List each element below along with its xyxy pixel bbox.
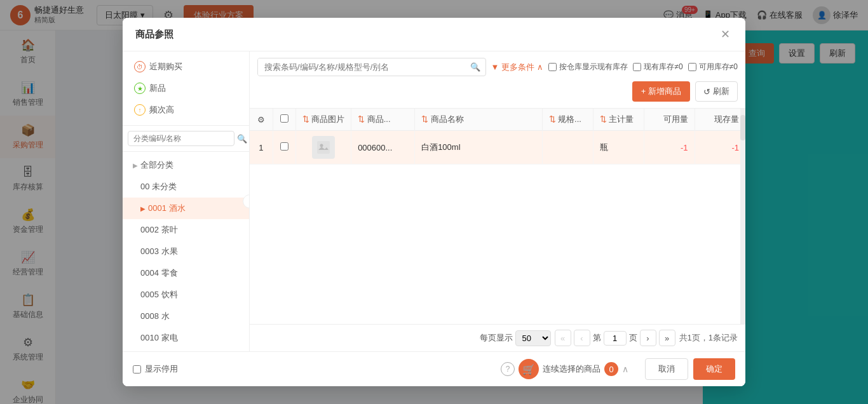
per-page-dropdown[interactable]: 50 100 (515, 330, 551, 346)
check-warehouse-input[interactable] (548, 63, 557, 71)
cat-item-0010[interactable]: 0010 家电 (123, 327, 249, 349)
cat-item-all[interactable]: ▶ 全部分类 (123, 154, 249, 176)
check-avail-ne0-label[interactable]: 可用库存≠0 (688, 62, 738, 72)
first-page-button[interactable]: « (555, 330, 571, 346)
cat-item-0003[interactable]: 0003 水果 (123, 241, 249, 262)
cat-item-0004[interactable]: 0004 零食 (123, 262, 249, 284)
cart-button[interactable]: 🛒 (519, 359, 539, 379)
select-all-checkbox[interactable] (280, 114, 288, 123)
active-arrow-icon: ▶ (140, 205, 146, 212)
modal-title: 商品参照 (135, 29, 173, 41)
page-label: 第 (593, 332, 601, 344)
th-settings[interactable]: ⚙ (250, 109, 273, 131)
row-checkbox[interactable] (280, 142, 288, 151)
th-image: ⇅ 商品图片 (295, 109, 351, 131)
check-warehouse-label[interactable]: 按仓库显示现有库存 (548, 62, 628, 72)
add-product-button[interactable]: + 新增商品 (632, 81, 690, 102)
table-row[interactable]: 1 (250, 131, 745, 165)
cart-count: 0 (604, 362, 618, 376)
toolbar-right: + 新增商品 ↺ 刷新 (632, 81, 738, 102)
frequent-icon: ↑ (134, 104, 146, 116)
sort-icon: ⇅ (421, 114, 428, 124)
next-page-button[interactable]: › (640, 330, 656, 346)
search-icon[interactable]: 🔍 (237, 134, 247, 144)
cancel-button[interactable]: 取消 (645, 358, 688, 380)
product-reference-modal: 商品参照 ✕ ⏱ 近期购买 ★ 新品 ↑ 频次高 (123, 18, 745, 386)
sort-icon: ⇅ (549, 114, 556, 124)
th-unit[interactable]: ⇅ 主计量 (593, 109, 644, 131)
collapse-cart-icon[interactable]: ∧ (622, 364, 628, 374)
help-icon[interactable]: ? (501, 362, 515, 376)
category-search: 🔍 (123, 126, 249, 152)
refresh-button[interactable]: ↺ 刷新 (695, 81, 738, 102)
cat-item-0001[interactable]: ▶ 0001 酒水 (123, 198, 249, 219)
svg-point-1 (320, 144, 323, 147)
th-stock[interactable]: 现存量 (695, 109, 745, 131)
recent-icon: ⏱ (134, 61, 146, 72)
product-search-bar: 🔍 ▼ 更多条件 ∧ 按仓库显示现有库存 现有库存≠0 (250, 51, 745, 109)
sort-icon: ⇅ (600, 114, 607, 124)
product-image (312, 136, 335, 159)
check-stock-ne0-label[interactable]: 现有库存≠0 (633, 62, 682, 72)
confirm-button[interactable]: 确定 (693, 358, 735, 380)
page-info: 共1页，1条记录 (679, 332, 738, 344)
td-num: 1 (250, 131, 273, 165)
show-disabled-checkbox[interactable] (133, 365, 141, 374)
category-list: ▶ 全部分类 00 未分类 ▶ 0001 酒水 0002 茶叶 0003 水果 (123, 152, 249, 351)
modal-header: 商品参照 ✕ (123, 18, 745, 51)
td-name: 白酒100ml (415, 131, 542, 165)
cart-label: 连续选择的商品 (543, 363, 600, 375)
th-avail[interactable]: 可用量 (644, 109, 695, 131)
td-stock: -1 (695, 131, 745, 165)
scrollbar-thumb[interactable] (740, 115, 745, 140)
modal-overlay: 商品参照 ✕ ⏱ 近期购买 ★ 新品 ↑ 频次高 (0, 0, 868, 404)
td-spec (542, 131, 593, 165)
show-disabled-label[interactable]: 显示停用 (133, 363, 178, 375)
category-search-input[interactable] (128, 131, 234, 146)
footer-buttons: 取消 确定 (645, 358, 735, 380)
check-stock-ne0-input[interactable] (633, 63, 641, 71)
td-code: 000600... (351, 131, 415, 165)
modal-body: ⏱ 近期购买 ★ 新品 ↑ 频次高 《 🔍 (123, 51, 745, 351)
product-search-icon[interactable]: 🔍 (465, 62, 485, 72)
table-header-row: ⚙ ⇅ 商品图片 ⇅ 商品... (250, 109, 745, 131)
expand-icon: ▶ (133, 162, 138, 169)
last-page-button[interactable]: » (659, 330, 675, 346)
td-avail: -1 (644, 131, 695, 165)
th-checkbox (273, 109, 295, 131)
svg-rect-0 (317, 141, 330, 154)
th-code[interactable]: ⇅ 商品... (351, 109, 415, 131)
product-search-input[interactable] (258, 58, 465, 76)
modal-footer: 显示停用 ? 🛒 连续选择的商品 0 ∧ 取消 确定 (123, 351, 745, 386)
page-unit: 页 (629, 332, 637, 344)
check-avail-ne0-input[interactable] (688, 63, 696, 71)
td-image (295, 131, 351, 165)
new-items-button[interactable]: ★ 新品 (128, 78, 244, 98)
cat-item-0008[interactable]: 0008 水 (123, 306, 249, 327)
frequent-button[interactable]: ↑ 频次高 (128, 100, 244, 120)
category-panel: ⏱ 近期购买 ★ 新品 ↑ 频次高 《 🔍 (123, 51, 250, 351)
page-buttons: « ‹ 第 页 › » (555, 330, 675, 346)
filter-up-icon: ∧ (537, 62, 543, 72)
new-icon: ★ (134, 83, 146, 94)
cat-item-00[interactable]: 00 未分类 (123, 176, 249, 198)
th-name[interactable]: ⇅ 商品名称 (415, 109, 542, 131)
scrollbar-track[interactable] (740, 109, 745, 324)
per-page-select: 每页显示 50 100 (480, 330, 551, 346)
cat-item-0005[interactable]: 0005 饮料 (123, 284, 249, 306)
product-search-wrap: 🔍 (257, 58, 486, 76)
pagination: 每页显示 50 100 « ‹ 第 页 › » (250, 324, 745, 351)
td-unit: 瓶 (593, 131, 644, 165)
product-panel: 🔍 ▼ 更多条件 ∧ 按仓库显示现有库存 现有库存≠0 (250, 51, 745, 351)
sort-icon: ⇅ (358, 114, 365, 124)
close-icon[interactable]: ✕ (717, 27, 733, 42)
td-checkbox[interactable] (273, 131, 295, 165)
refresh-icon: ↺ (703, 87, 710, 97)
th-spec[interactable]: ⇅ 规格... (542, 109, 593, 131)
recent-purchases-button[interactable]: ⏱ 近期购买 (128, 57, 244, 77)
prev-page-button[interactable]: ‹ (574, 330, 590, 346)
filter-more-button[interactable]: ▼ 更多条件 ∧ (491, 62, 544, 73)
product-table: ⚙ ⇅ 商品图片 ⇅ 商品... (250, 109, 745, 165)
cat-item-0002[interactable]: 0002 茶叶 (123, 219, 249, 241)
page-number-input[interactable] (604, 331, 627, 346)
